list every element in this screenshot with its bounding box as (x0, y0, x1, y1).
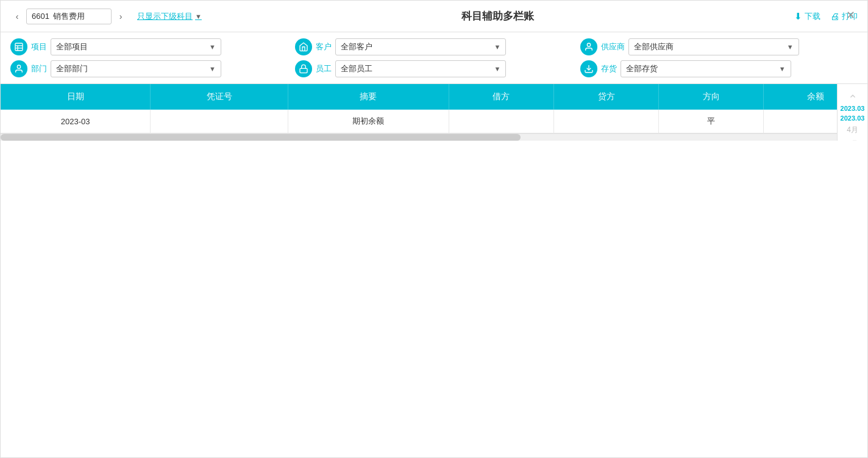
employee-chevron-icon: ▼ (494, 65, 500, 72)
supplier-label: 供应商 (601, 41, 625, 52)
project-icon (10, 38, 27, 55)
download-icon: ⬇ (794, 11, 802, 22)
col-credit: 贷方 (553, 84, 658, 110)
bottom-scrollbar[interactable] (1, 133, 867, 141)
col-direction: 方向 (659, 84, 764, 110)
download-button[interactable]: ⬇ 下载 (794, 11, 820, 22)
nav-next-button[interactable]: › (114, 10, 127, 23)
customer-select[interactable]: 全部客户 ▼ (335, 38, 506, 55)
filter-department: 部门 全部部门 ▼ (10, 60, 288, 77)
col-date: 日期 (1, 84, 151, 110)
main-window: ✕ ‹ 6601 销售费用 › 只显示下级科目 ▼ 科目辅助多栏账 ⬇ 下载 🖨… (0, 0, 868, 458)
cell-direction: 平 (659, 110, 764, 133)
inventory-icon (580, 60, 597, 77)
cell-credit (553, 110, 658, 133)
project-label: 项目 (31, 41, 47, 52)
account-code-box: 6601 销售费用 (26, 9, 112, 24)
employee-label: 员工 (316, 63, 332, 74)
filter-row-2: 部门 全部部门 ▼ 员工 全部员工 ▼ (10, 60, 858, 77)
department-label: 部门 (31, 63, 47, 74)
department-select[interactable]: 全部部门 ▼ (51, 60, 221, 77)
account-name: 销售费用 (53, 11, 85, 22)
svg-point-4 (587, 43, 590, 46)
data-table: 日期 凭证号 摘要 借方 贷方 方向 余额 2023-03 (1, 84, 867, 133)
supplier-icon (580, 38, 597, 55)
supplier-value: 全部供应商 (634, 41, 674, 52)
employee-icon (295, 60, 312, 77)
col-voucher: 凭证号 (151, 84, 288, 110)
customer-icon (295, 38, 312, 55)
department-icon (10, 60, 27, 77)
filter-customer: 客户 全部客户 ▼ (295, 38, 572, 55)
supplier-select[interactable]: 全部供应商 ▼ (628, 38, 799, 55)
account-code: 6601 (32, 12, 49, 21)
close-button[interactable]: ✕ (843, 8, 858, 23)
print-icon: 🖨 (830, 11, 839, 21)
cell-voucher (151, 110, 288, 133)
col-summary: 摘要 (288, 84, 449, 110)
scrollbar-track (1, 134, 867, 141)
project-select[interactable]: 全部项目 ▼ (51, 38, 221, 55)
sidebar-current-month-1[interactable]: 2023.03 (839, 104, 866, 113)
customer-value: 全部客户 (341, 41, 372, 52)
svg-point-5 (17, 65, 20, 68)
inventory-select[interactable]: 全部存货 ▼ (621, 60, 791, 77)
table-container: 日期 凭证号 摘要 借方 贷方 方向 余额 2023-03 (1, 84, 867, 133)
inventory-value: 全部存货 (626, 63, 658, 74)
sidebar-month-4[interactable]: 4月 (845, 123, 859, 137)
customer-chevron-icon: ▼ (494, 43, 500, 51)
page-title: 科目辅助多栏账 (202, 9, 794, 23)
department-chevron-icon: ▼ (209, 65, 216, 72)
show-sub-dropdown[interactable]: 只显示下级科目 ▼ (137, 11, 202, 22)
col-debit: 借方 (449, 84, 553, 110)
filter-project: 项目 全部项目 ▼ (10, 38, 288, 55)
supplier-chevron-icon: ▼ (787, 43, 794, 51)
table-row: 2023-03 期初余额 平 (1, 110, 867, 133)
svg-rect-6 (300, 68, 307, 72)
project-value: 全部项目 (56, 41, 88, 52)
right-sidebar: 2023.03 2023.03 4月 5月 6月 7月 8月 9月 10月 11… (837, 84, 867, 141)
project-chevron-icon: ▼ (209, 43, 216, 51)
filter-area: 项目 全部项目 ▼ 客户 全部客户 ▼ (1, 32, 867, 84)
filter-employee: 员工 全部员工 ▼ (295, 60, 572, 77)
svg-rect-0 (15, 43, 23, 51)
sidebar-current-month-2[interactable]: 2023.03 (839, 113, 866, 123)
chevron-down-icon: ▼ (195, 13, 202, 20)
customer-label: 客户 (316, 41, 332, 52)
filter-row-1: 项目 全部项目 ▼ 客户 全部客户 ▼ (10, 38, 858, 55)
inventory-chevron-icon: ▼ (779, 65, 786, 72)
show-sub-label: 只显示下级科目 (137, 11, 193, 22)
content-wrapper: 日期 凭证号 摘要 借方 贷方 方向 余额 2023-03 (1, 84, 867, 141)
department-value: 全部部门 (56, 63, 88, 74)
cell-date: 2023-03 (1, 110, 151, 133)
inventory-label: 存货 (601, 63, 617, 74)
sidebar-month-5[interactable]: 5月 (845, 137, 859, 141)
cell-debit (449, 110, 553, 133)
filter-inventory: 存货 全部存货 ▼ (580, 60, 858, 77)
scrollbar-thumb[interactable] (1, 134, 521, 141)
table-area: 日期 凭证号 摘要 借方 贷方 方向 余额 2023-03 (1, 84, 867, 141)
employee-value: 全部员工 (341, 63, 372, 74)
employee-select[interactable]: 全部员工 ▼ (335, 60, 506, 77)
cell-summary: 期初余额 (288, 110, 449, 133)
top-bar: ‹ 6601 销售费用 › 只显示下级科目 ▼ 科目辅助多栏账 ⬇ 下载 🖨 打… (1, 1, 867, 32)
filter-supplier: 供应商 全部供应商 ▼ (580, 38, 858, 55)
sidebar-up-button[interactable] (838, 89, 867, 104)
table-header-row: 日期 凭证号 摘要 借方 贷方 方向 余额 (1, 84, 867, 110)
download-label: 下载 (805, 11, 820, 22)
nav-prev-button[interactable]: ‹ (10, 10, 24, 23)
